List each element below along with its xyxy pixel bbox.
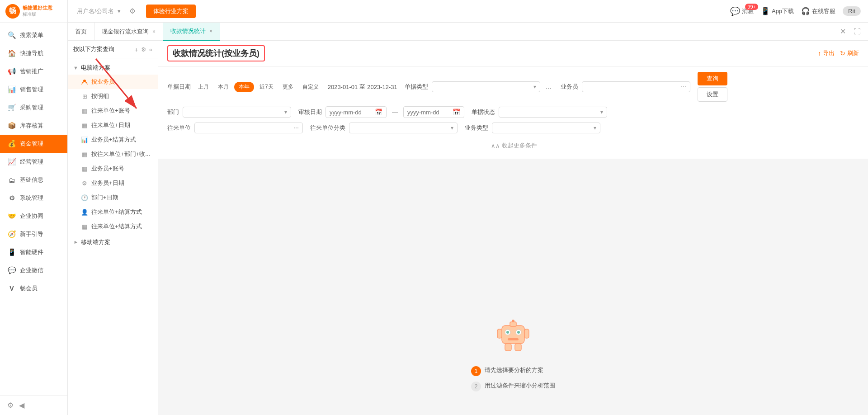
settings-btn[interactable]: 设置 [698,87,727,102]
sidebar-item-enterprise[interactable]: 🤝 企业协同 [0,207,67,225]
collapse-row[interactable]: ∧∧ 收起更多条件 [167,138,859,153]
tab-home[interactable]: 首页 [68,23,94,41]
tab-bank-close[interactable]: × [152,28,156,35]
group-arrow-icon: ▼ [73,65,78,71]
sidebar-item-hardware[interactable]: 📱 智能硬件 [0,243,67,261]
tab-receipt-close[interactable]: × [209,28,212,34]
review-to-field[interactable] [407,109,453,116]
sidebar-item-search[interactable]: 🔍 搜索菜单 [0,26,67,44]
status-select[interactable]: ▾ [499,107,607,118]
status-filter: 单据状态 ▾ [472,107,607,118]
partner-select[interactable]: ⋯ [194,123,303,133]
salesperson-select-arrow: ⋯ [681,84,686,90]
scheme-item-unit-dept[interactable]: ▦ 按往来单位+部门+收... [68,147,158,161]
sidebar-item-label: 营销推广 [20,67,43,75]
sidebar-item-member[interactable]: V 畅会员 [0,279,67,297]
hardware-icon: 📱 [7,248,16,257]
date-tab-this-year[interactable]: 本年 [234,82,254,92]
sidebar-item-stock[interactable]: 📦 库存核算 [0,117,67,135]
message-btn[interactable]: 💬 消息 99+ [730,6,754,16]
filter-row-3: 往来单位 ⋯ 往来单位分类 ▾ 业务类型 [167,123,859,133]
salesperson-select[interactable]: ⋯ [582,81,690,92]
svg-rect-10 [524,329,529,338]
review-from-field[interactable] [330,109,375,116]
date-label: 单据日期 [167,83,191,91]
app-download-btn[interactable]: 📱 App下载 [761,7,794,15]
export-btn[interactable]: ↑ 导出 [818,49,835,57]
mobile-group-label: 移动端方案 [81,238,110,246]
date-tab-last-month[interactable]: 上月 [194,82,212,92]
biz-type-select[interactable]: ▾ [492,123,600,133]
sidebar-item-operation[interactable]: 📈 经营管理 [0,153,67,171]
scheme-item-label: 往来单位+账号 [91,107,130,115]
sidebar-item-finance[interactable]: 💰 资金管理 [0,135,67,153]
tab-bank[interactable]: 现金银行流水查询 × [94,23,163,41]
sidebar-settings-btn[interactable]: ⚙ [7,401,14,410]
sidebar-item-nav[interactable]: 🏠 快捷导航 [0,44,67,62]
pc-group-header[interactable]: ▼ 电脑端方案 [68,61,158,75]
type-select[interactable]: ▾ [432,81,540,92]
tab-expand-btn[interactable]: ⛶ [852,26,863,37]
type-more-btn[interactable]: ... [544,83,553,91]
home-icon: 🏠 [7,49,16,58]
sidebar-item-basic[interactable]: 🗂 基础信息 [0,171,67,189]
main-content: 用户名/公司名 ▾ ⚙ 体验行业方案 💬 消息 99+ 📱 App下载 🎧 在线… [68,0,868,415]
date-tab-this-month[interactable]: 本月 [214,82,232,92]
mobile-group-header[interactable]: ▼ 移动端方案 [68,236,158,249]
sidebar-item-sales[interactable]: 📊 销售管理 [0,80,67,99]
svg-rect-1 [502,325,524,344]
scheme-item-salesperson-settle[interactable]: 📊 业务员+结算方式 [68,132,158,147]
scheme-item-salesperson-account[interactable]: ▦ 业务员+账号 [68,161,158,176]
logo-text-area: 畅捷通好生意 标准版 [23,5,52,18]
scheme-collapse-btn[interactable]: « [149,46,152,53]
scheme-item-unit-account[interactable]: ▦ 往来单位+账号 [68,104,158,118]
guide-icon: 🧭 [7,230,16,239]
service-label: 在线客服 [812,7,835,15]
partner-type-select[interactable]: ▾ [349,123,458,133]
scheme-item-salesperson-date[interactable]: ⚙ 业务员+日期 [68,176,158,190]
scheme-settings-btn[interactable]: ⚙ [141,46,146,53]
scheme-item-unit-date[interactable]: ▦ 往来单位+日期 [68,118,158,132]
topbar-gear-btn[interactable]: ⚙ [126,5,139,18]
app-label: App下载 [772,7,794,15]
date-tab-custom[interactable]: 自定义 [299,82,322,92]
refresh-btn[interactable]: ↻ 刷新 [840,49,859,57]
sidebar-item-system[interactable]: ⚙ 系统管理 [0,189,67,207]
trial-btn[interactable]: 体验行业方案 [146,5,196,18]
sidebar-item-purchase[interactable]: 🛒 采购管理 [0,99,67,117]
scheme-item-label: 按明细 [91,92,109,100]
marketing-icon: 📢 [7,67,16,76]
partner-type-select-arrow: ▾ [451,125,453,131]
scheme-item-unit-settle1[interactable]: 👤 往来单位+结算方式 [68,205,158,219]
scheme-item-by-salesperson[interactable]: 按业务员 [68,75,158,89]
add-scheme-btn[interactable]: + [134,46,138,53]
pc-group-label: 电脑端方案 [81,64,110,72]
scheme-item-unit-settle2[interactable]: ▦ 往来单位+结算方式 [68,219,158,234]
sidebar-item-label: 基础信息 [20,176,43,184]
sidebar-item-wechat[interactable]: 💬 企业微信 [0,261,67,279]
sidebar-item-guide[interactable]: 🧭 新手引导 [0,225,67,243]
wechat-icon: 💬 [7,266,16,275]
svg-point-5 [517,331,520,334]
scheme-item-by-detail[interactable]: ⊞ 按明细 [68,89,158,104]
review-date-to-input[interactable]: 📅 [403,106,464,118]
date-tab-7days[interactable]: 近7天 [256,82,277,92]
tab-close-all-btn[interactable]: ✕ [837,26,848,37]
robot-illustration [491,312,536,357]
date-tab-more[interactable]: 更多 [279,82,297,92]
svg-rect-7 [510,322,516,326]
tab-receipt[interactable]: 收款情况统计 × [163,23,220,41]
scheme-item-dept-date[interactable]: 🕐 部门+日期 [68,190,158,205]
online-service-btn[interactable]: 🎧 在线客服 [801,7,835,15]
review-date-from-input[interactable]: 📅 [326,106,387,118]
user-btn[interactable]: Rit [843,6,861,16]
dept-select[interactable]: ▾ [183,107,291,118]
sidebar-collapse-btn[interactable]: ◀ [19,401,24,410]
sidebar-item-marketing[interactable]: 📢 营销推广 [0,62,67,80]
query-btn[interactable]: 查询 [698,72,727,85]
refresh-icon: ↻ [840,50,845,57]
review-date-filter: 审核日期 📅 — 📅 [298,106,464,118]
system-icon: ⚙ [7,193,16,203]
tabs-actions: ✕ ⛶ [837,26,868,37]
sidebar-nav: 🔍 搜索菜单 🏠 快捷导航 📢 营销推广 📊 销售管理 🛒 采购管理 📦 库存核… [0,23,67,395]
